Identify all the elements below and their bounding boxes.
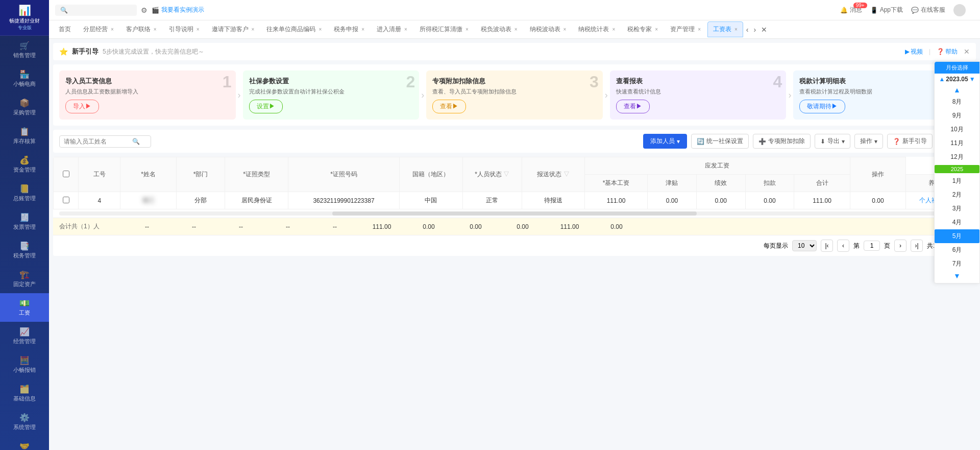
tab-close-icon[interactable]: × [465,27,469,32]
filter-icon[interactable]: ▽ [564,171,570,178]
month-3[interactable]: 3月 [935,202,979,216]
tab-close-icon[interactable]: × [698,27,701,32]
sidebar-item-report[interactable]: 🧮 小畅报销 [0,350,49,379]
tab-wage-table[interactable]: 工资表 × [707,21,743,37]
sidebar-item-operation[interactable]: 📈 经营管理 [0,322,49,350]
sidebar-item-asset[interactable]: 🏗️ 固定资产 [0,265,49,293]
tab-close-icon[interactable]: × [111,27,114,32]
special-deduction-button[interactable]: ➕ 专项附加扣除 [753,134,811,149]
social-insurance-button[interactable]: 🔄 统一社保设置 [691,134,749,149]
tab-close-icon[interactable]: × [612,27,615,32]
tab-close-icon[interactable]: × [404,27,407,32]
year-next-button[interactable]: ▼ [969,76,975,83]
tab-tax-expert[interactable]: 税检专家 × [622,21,664,37]
first-page-button[interactable]: |‹ [821,240,833,252]
sidebar-item-basic[interactable]: 🗂️ 基础信息 [0,379,49,408]
sidebar-item-collab[interactable]: 🤝 企业协同 [0,436,49,450]
tab-close-icon[interactable]: × [514,27,518,32]
page-size-select[interactable]: 10 20 50 [792,240,817,251]
month-5[interactable]: 5月 [935,229,979,243]
avatar[interactable] [953,4,966,16]
online-service-button[interactable]: 💬 在线客服 [911,6,945,14]
month-2[interactable]: 2月 [935,188,979,202]
month-scroll-up[interactable]: ▲ [952,85,962,95]
demo-button[interactable]: 🎬 我要看实例演示 [152,6,204,14]
tab-close-all-button[interactable]: ✕ [759,26,769,34]
export-button[interactable]: ⬇ 导出 ▾ [815,134,850,149]
tab-close-icon[interactable]: × [318,27,322,32]
next-page-button[interactable]: › [894,240,906,252]
video-link[interactable]: ▶ 视频 [905,48,923,56]
sidebar-item-ecommerce[interactable]: 🏪 小畅电商 [0,64,49,93]
step-arrow-1: › [236,70,243,120]
tab-prev-button[interactable]: ‹ [744,26,751,34]
month-6[interactable]: 6月 [935,243,979,257]
tab-product-code[interactable]: 往来单位商品编码 × [261,21,327,37]
app-download-button[interactable]: 📱 App下载 [870,6,903,14]
settings-button[interactable]: ⚙ [141,6,148,14]
tab-tax-relief[interactable]: 税负波动表 × [475,21,523,37]
tab-customer[interactable]: 客户联络 × [120,21,162,37]
step-1-button[interactable]: 导入▶ [65,100,99,113]
month-4[interactable]: 4月 [935,216,979,229]
month-7[interactable]: 7月 [935,257,979,271]
horizontal-scrollbar[interactable] [59,211,970,216]
tab-next-button[interactable]: › [751,26,758,34]
sidebar-item-tax[interactable]: 📑 税务管理 [0,236,49,265]
tab-tax-calc[interactable]: 所得税汇算清缴 × [414,21,474,37]
select-all-checkbox[interactable] [63,171,69,177]
tab-tax-report[interactable]: 税务申报 × [328,21,370,37]
step-4-button[interactable]: 查看▶ [616,100,650,113]
sidebar-item-invoice[interactable]: 🧾 发票管理 [0,207,49,236]
tab-close-icon[interactable]: × [361,27,364,32]
tab-clearance[interactable]: 进入清册 × [371,21,413,37]
tab-close-icon[interactable]: × [564,27,567,32]
sidebar-item-system[interactable]: ⚙️ 系统管理 [0,408,49,436]
tab-close-icon[interactable]: × [197,27,200,32]
month-11[interactable]: 11月 [935,136,979,150]
guide-close-button[interactable]: ✕ [964,48,970,56]
tab-asset-mgmt[interactable]: 资产管理 × [665,21,706,37]
sidebar-item-ledger[interactable]: 📒 总账管理 [0,179,49,207]
tab-guide-intro[interactable]: 引导说明 × [163,21,205,37]
sidebar-item-purchase[interactable]: 📦 采购管理 [0,93,49,122]
year-prev-button[interactable]: ▲ [939,76,945,83]
month-scroll-down[interactable]: ▼ [952,271,962,281]
tab-home[interactable]: 首页 [53,21,77,37]
last-page-button[interactable]: ›| [911,240,923,252]
tab-partition[interactable]: 分层经营 × [78,21,119,37]
tab-tax-stat[interactable]: 纳税统计表 × [573,21,621,37]
sidebar-item-inventory[interactable]: 📋 库存核算 [0,122,49,150]
sidebar-item-wage[interactable]: 💵 工资 [0,293,49,322]
msg-button[interactable]: 🔔 消息 99+ [840,6,862,14]
page-number-input[interactable] [864,241,880,251]
new-guide-button[interactable]: ❓ 新手引导 [887,134,933,149]
help-link[interactable]: ❓ 帮助 [937,48,958,56]
tab-tax-stat2[interactable]: 纳税波动表 × [524,21,572,37]
month-8[interactable]: 8月 [935,95,979,109]
scrollbar-thumb[interactable] [332,211,697,216]
month-1[interactable]: 1月 [935,174,979,188]
tab-close-icon[interactable]: × [154,27,157,32]
employee-search-input[interactable] [64,138,130,145]
tab-invite[interactable]: 邀请下游客户 × [206,21,260,37]
sidebar-item-sales[interactable]: 🛒 销售管理 [0,36,49,64]
cell-pension: 0.00 [850,192,905,209]
topbar-search[interactable]: 🔍 [55,5,137,16]
tab-close-icon[interactable]: × [734,27,738,32]
month-9[interactable]: 9月 [935,109,979,123]
month-10[interactable]: 10月 [935,123,979,136]
search-icon[interactable]: 🔍 [132,138,140,145]
step-3-button[interactable]: 查看▶ [432,100,466,113]
add-employee-button[interactable]: 添加人员 ▾ [643,134,687,149]
tab-close-icon[interactable]: × [655,27,658,32]
tab-close-icon[interactable]: × [252,27,255,32]
sidebar-item-finance[interactable]: 💰 资金管理 [0,150,49,179]
month-12[interactable]: 12月 [935,150,979,164]
row-checkbox[interactable] [63,197,69,203]
action-button[interactable]: 操作 ▾ [854,134,883,149]
step-2-button[interactable]: 设置▶ [249,100,283,113]
filter-icon[interactable]: ▽ [503,171,509,178]
step-5-button[interactable]: 敬请期待▶ [799,100,845,113]
prev-page-button[interactable]: ‹ [837,240,849,252]
